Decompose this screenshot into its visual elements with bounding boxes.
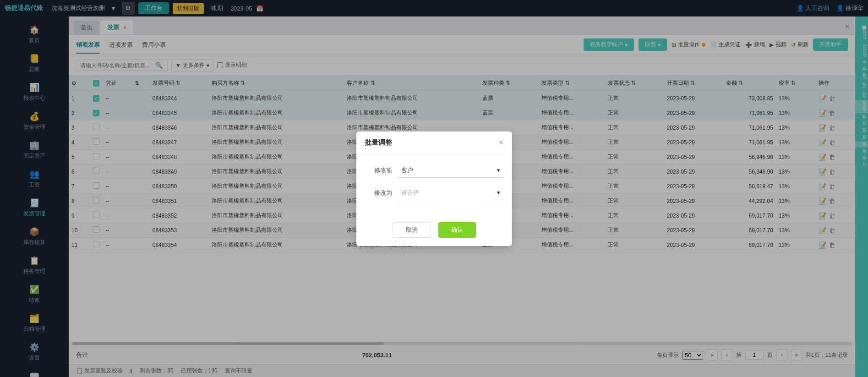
modify-field-label: 修改项 (365, 166, 392, 175)
modal-row-modify-to: 修改为 请选择 ▾ (365, 186, 504, 200)
modify-field-value: 客户 (401, 166, 413, 175)
modify-to-label: 修改为 (365, 189, 392, 197)
modal-confirm-btn[interactable]: 确认 (438, 222, 476, 238)
modal-overlay: 批量调整 × 修改项 客户 ▾ 修改为 请选择 ▾ 取消 确认 (0, 0, 868, 377)
batch-adjust-modal: 批量调整 × 修改项 客户 ▾ 修改为 请选择 ▾ 取消 确认 (356, 131, 512, 246)
modify-to-chevron-icon: ▾ (497, 189, 500, 196)
modal-body: 修改项 客户 ▾ 修改为 请选择 ▾ (356, 154, 512, 218)
modal-row-modify-field: 修改项 客户 ▾ (365, 164, 504, 178)
modal-header: 批量调整 × (356, 131, 512, 154)
modify-field-chevron-icon: ▾ (497, 167, 500, 174)
modal-footer: 取消 确认 (356, 218, 512, 246)
modal-cancel-btn[interactable]: 取消 (393, 222, 431, 238)
modify-to-select[interactable]: 请选择 ▾ (398, 186, 504, 200)
modal-title: 批量调整 (365, 138, 392, 147)
modify-to-placeholder: 请选择 (401, 189, 419, 197)
modal-close-btn[interactable]: × (499, 138, 504, 148)
modify-field-select[interactable]: 客户 ▾ (398, 164, 504, 178)
